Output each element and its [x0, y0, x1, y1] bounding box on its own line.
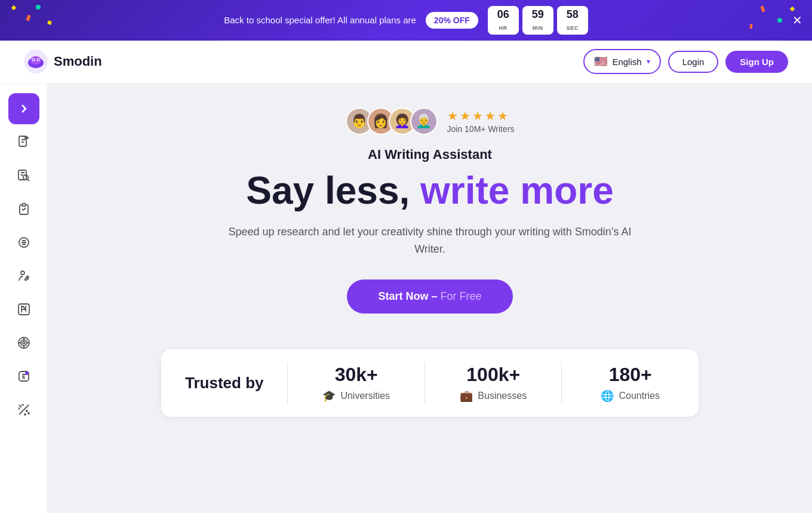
star-rating: ★ ★ ★ ★ ★: [447, 109, 515, 123]
list-check-icon: [17, 202, 31, 216]
sidebar-text-align-button[interactable]: [8, 227, 39, 258]
svg-point-5: [33, 59, 34, 60]
cta-accent-text: For Free: [441, 290, 482, 302]
logo-icon: [24, 50, 48, 73]
sidebar-radar-button[interactable]: [8, 327, 39, 358]
hero-section: 👨 👩 👩‍🦱 👨‍🦳 ★ ★ ★ ★ ★: [48, 84, 812, 513]
nav-right: 🇺🇸 English ▾ Login Sign Up: [583, 49, 788, 74]
briefcase-icon: 💼: [460, 389, 473, 403]
language-button[interactable]: 🇺🇸 English ▾: [583, 49, 660, 74]
document-icon: [17, 135, 31, 149]
stats-businesses-label: Businesses: [478, 391, 527, 401]
stats-universities: 30k+ 🎓 Universities: [288, 349, 425, 417]
login-button[interactable]: Login: [668, 51, 719, 73]
stats-businesses-number: 100k+: [466, 364, 520, 386]
svg-point-20: [28, 413, 29, 414]
person-edit-icon: [17, 269, 31, 283]
hero-title-part1: Say less,: [246, 169, 420, 212]
star-icon: ★: [485, 109, 496, 123]
svg-rect-10: [22, 204, 26, 206]
sidebar-font-button[interactable]: [8, 294, 39, 325]
stats-countries-number: 180+: [609, 364, 652, 386]
join-text: Join 10M+ Writers: [447, 124, 515, 134]
social-proof: 👨 👩 👩‍🦱 👨‍🦳 ★ ★ ★ ★ ★: [346, 107, 515, 135]
font-icon: [17, 302, 31, 317]
svg-point-15: [21, 340, 27, 346]
promo-banner: Back to school special offer! All annual…: [0, 0, 812, 41]
stats-universities-label: Universities: [340, 391, 390, 401]
navbar: Smodin 🇺🇸 English ▾ Login Sign Up: [0, 41, 812, 84]
svg-point-18: [25, 371, 29, 375]
star-icon: ★: [460, 109, 470, 123]
svg-point-12: [21, 271, 24, 275]
svg-point-2: [30, 56, 41, 64]
sidebar-list-check-button[interactable]: [8, 193, 39, 225]
signup-button[interactable]: Sign Up: [725, 51, 788, 73]
svg-point-19: [26, 410, 27, 411]
badge-icon: [17, 369, 31, 383]
rating-block: ★ ★ ★ ★ ★ Join 10M+ Writers: [447, 109, 515, 134]
avatar-group: 👨 👩 👩‍🦱 👨‍🦳: [346, 107, 438, 135]
timer-minutes: 59 MIN: [522, 6, 553, 35]
sidebar-badge-button[interactable]: [8, 361, 39, 392]
banner-discount: 20% OFF: [426, 12, 478, 29]
hero-title-part2: write more: [420, 169, 614, 212]
avatar: 👨‍🦳: [410, 107, 438, 135]
countdown-timer: 06 HR 59 MIN 58 SEC: [488, 6, 588, 35]
stats-businesses: 100k+ 💼 Businesses: [425, 349, 562, 417]
graduation-icon: 🎓: [322, 389, 336, 403]
stats-bar: Trusted by 30k+ 🎓 Universities 100k+ 💼 B…: [161, 349, 699, 417]
star-icon: ★: [447, 109, 458, 123]
stats-countries-label: Countries: [619, 391, 659, 401]
star-icon: ★: [497, 109, 508, 123]
timer-seconds: 58 SEC: [557, 6, 588, 35]
magic-icon: [17, 403, 31, 417]
logo-text: Smodin: [54, 54, 102, 69]
sidebar-person-edit-button[interactable]: [8, 260, 39, 291]
chevron-right-icon: [17, 102, 31, 116]
sidebar-document-button[interactable]: [8, 127, 39, 158]
flag-icon: 🇺🇸: [594, 55, 607, 68]
star-icon: ★: [472, 109, 483, 123]
stats-trusted-label: Trusted by: [161, 356, 287, 410]
hero-title: Say less, write more: [246, 170, 613, 211]
sidebar-expand-button[interactable]: [8, 93, 39, 124]
main-layout: 👨 👩 👩‍🦱 👨‍🦳 ★ ★ ★ ★ ★: [0, 84, 812, 513]
stats-universities-number: 30k+: [335, 364, 378, 386]
sidebar: [0, 84, 48, 513]
timer-hours: 06 HR: [488, 6, 519, 35]
cta-button[interactable]: Start Now – For Free: [347, 279, 512, 314]
banner-close-button[interactable]: ✕: [792, 14, 802, 26]
globe-icon: 🌐: [601, 389, 614, 403]
text-align-icon: [17, 235, 31, 250]
sidebar-search-doc-button[interactable]: [8, 160, 39, 191]
logo-link[interactable]: Smodin: [24, 50, 102, 73]
svg-point-21: [24, 414, 26, 415]
svg-point-16: [23, 342, 25, 344]
svg-point-6: [38, 59, 39, 60]
hero-subtitle: AI Writing Assistant: [368, 147, 492, 162]
search-doc-icon: [17, 168, 31, 183]
stats-countries: 180+ 🌐 Countries: [562, 349, 699, 417]
cta-main-text: Start Now –: [378, 290, 437, 302]
sidebar-magic-button[interactable]: [8, 394, 39, 425]
radar-icon: [17, 336, 31, 350]
chevron-down-icon: ▾: [647, 57, 650, 66]
hero-description: Speed up research and let your creativit…: [227, 223, 633, 258]
language-label: English: [612, 57, 641, 67]
banner-text: Back to school special offer! All annual…: [224, 15, 416, 25]
